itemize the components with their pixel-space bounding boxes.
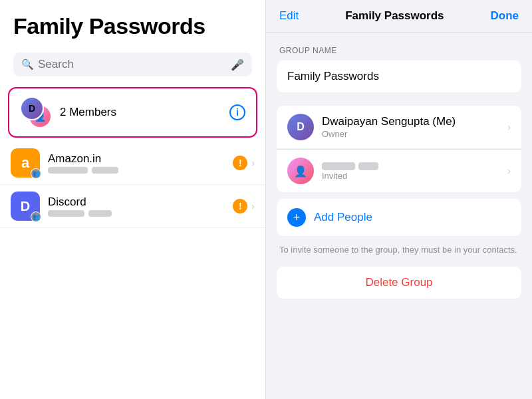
warning-badge: ! <box>233 156 247 170</box>
add-people-row[interactable]: + Add People <box>277 199 521 236</box>
search-input[interactable] <box>38 58 227 71</box>
owner-avatar: D <box>287 114 314 140</box>
right-panel: Edit Family Passwords Done GROUP NAME D … <box>266 0 532 399</box>
members-label: 2 Members <box>60 106 229 119</box>
member-invited-row[interactable]: 👤 Invited › <box>277 150 521 192</box>
right-title: Family Passwords <box>345 9 444 23</box>
item-actions: ! › <box>233 199 255 213</box>
search-bar[interactable]: 🔍 🎤 <box>13 53 252 76</box>
chevron-right-icon: › <box>507 166 511 176</box>
group-name-input[interactable] <box>277 61 521 92</box>
blur-password <box>88 210 112 217</box>
microphone-icon: 🎤 <box>231 59 244 71</box>
edit-button[interactable]: Edit <box>279 9 299 23</box>
discord-icon: D 👥 <box>11 192 40 221</box>
item-subtitle <box>48 210 233 217</box>
invited-info: Invited <box>322 161 507 181</box>
shared-badge: 👥 <box>31 211 41 222</box>
shared-badge: 👥 <box>31 168 41 179</box>
add-people-label: Add People <box>314 211 372 224</box>
blur-name-1 <box>322 162 355 170</box>
right-content: GROUP NAME D Dwaipayan Sengupta (Me) Own… <box>266 33 532 399</box>
invited-name-blur <box>322 162 507 170</box>
right-header: Edit Family Passwords Done <box>266 0 532 33</box>
members-avatars: D 👤 <box>20 96 52 128</box>
members-section: D Dwaipayan Sengupta (Me) Owner › 👤 Invi… <box>277 106 521 192</box>
members-row[interactable]: D 👤 2 Members i <box>8 87 257 138</box>
plus-icon: + <box>287 208 306 227</box>
left-panel: Family Passwords 🔍 🎤 D 👤 2 Members i a 👥… <box>0 0 266 399</box>
blur-name-2 <box>358 162 378 170</box>
delete-group-button[interactable]: Delete Group <box>277 267 521 299</box>
item-actions: ! › <box>233 156 255 170</box>
blur-password <box>92 167 118 174</box>
left-header: Family Passwords <box>0 0 265 46</box>
invited-role: Invited <box>322 171 507 181</box>
item-title: Amazon.in <box>48 152 233 166</box>
invited-avatar: 👤 <box>287 158 314 184</box>
chevron-right-icon: › <box>251 201 255 211</box>
item-subtitle <box>48 167 233 174</box>
item-title: Discord <box>48 196 233 209</box>
blur-username <box>48 210 84 217</box>
item-info: Amazon.in <box>48 152 233 174</box>
blur-username <box>48 167 88 174</box>
chevron-right-icon: › <box>251 158 255 168</box>
item-info: Discord <box>48 196 233 217</box>
owner-role: Owner <box>322 129 507 139</box>
owner-name: Dwaipayan Sengupta (Me) <box>322 115 507 128</box>
hint-text: To invite someone to the group, they mus… <box>277 241 521 267</box>
list-item[interactable]: a 👥 Amazon.in ! › <box>0 142 265 185</box>
done-button[interactable]: Done <box>490 9 519 23</box>
owner-info: Dwaipayan Sengupta (Me) Owner <box>322 115 507 139</box>
list-item[interactable]: D 👥 Discord ! › <box>0 185 265 228</box>
page-title: Family Passwords <box>13 13 252 39</box>
group-name-label: GROUP NAME <box>277 46 521 55</box>
info-icon[interactable]: i <box>229 104 245 120</box>
member-owner-row[interactable]: D Dwaipayan Sengupta (Me) Owner › <box>277 106 521 149</box>
amazon-icon: a 👥 <box>11 148 40 178</box>
search-icon: 🔍 <box>21 59 34 70</box>
warning-badge: ! <box>233 199 247 213</box>
avatar-1: D <box>20 96 44 120</box>
chevron-right-icon: › <box>507 122 511 132</box>
